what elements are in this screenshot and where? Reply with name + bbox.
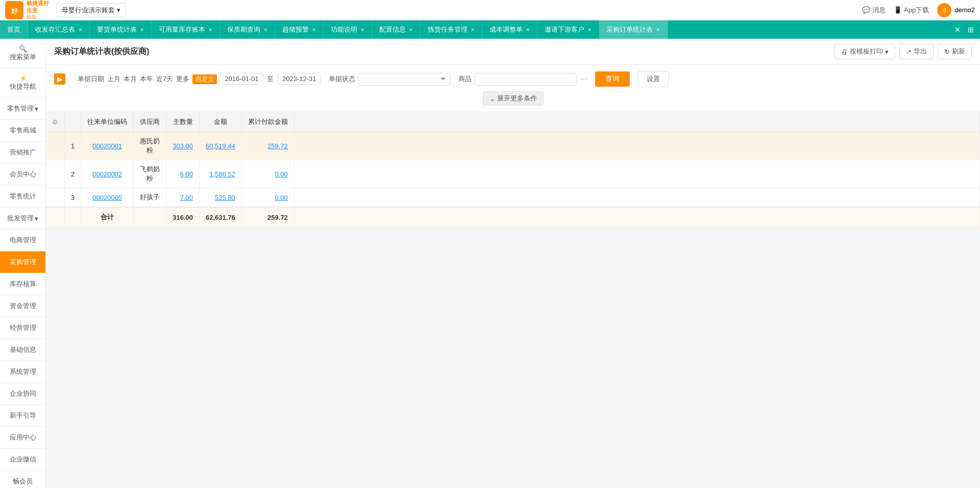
top-bar: 好 畅捷通好生意 标版 母婴行业演示账套 ▾ 💬 消息 📱 App下载 d de… [0,0,980,20]
sidebar-item-finance[interactable]: 资金管理 [0,295,45,317]
query-button[interactable]: 查询 [595,71,630,87]
sidebar-item-wholesale[interactable]: 批发管理 ▾ [0,208,45,229]
sidebar-item-search[interactable]: 🔍 搜索菜单 [0,39,45,68]
expand-more-btn[interactable]: ⌄ 展开更多条件 [483,91,544,106]
sidebar-item-app-center[interactable]: 应用中心 [0,427,45,449]
shortcut-this-month[interactable]: 本月 [124,74,137,84]
sidebar-item-retail[interactable]: 零售管理 ▾ [0,98,45,120]
tab-expiry-query-close[interactable]: ✕ [263,27,267,33]
sidebar-item-shortcuts[interactable]: ⚡ 快捷导航 [0,68,45,98]
sidebar-item-vip[interactable]: 畅会员 [0,471,45,488]
shortcuts-icon: ⚡ [2,74,43,82]
sidebar-item-enterprise[interactable]: 企业协同 [0,383,45,405]
row3-paid-amount[interactable]: 0.00 [241,188,294,208]
tab-function-desc[interactable]: 功能说明 ✕ [324,20,372,39]
setting-button[interactable]: 设置 [638,71,669,87]
sidebar-item-inventory[interactable]: 库存核算 [0,273,45,295]
tab-available-stock[interactable]: 可用量库存账本 ✕ [152,20,220,39]
download-icon: 📱 [894,6,902,14]
sidebar-wholesale-label: 批发管理 [7,214,34,223]
row3-amount[interactable]: 525.80 [200,188,242,208]
goods-input[interactable] [475,73,577,86]
tab-available-stock-close[interactable]: ✕ [208,27,212,33]
tab-receive-send[interactable]: 收发存汇总表 ✕ [28,20,90,39]
tab-pick-task[interactable]: 拣货任务管理 ✕ [421,20,482,39]
search-icon: 🔍 [2,45,43,53]
sidebar-item-purchase[interactable]: 采购管理 [0,251,45,273]
row2-supplier-code[interactable]: 00020002 [81,160,134,188]
shortcut-this-year[interactable]: 本年 [140,74,153,84]
sidebar-item-operations[interactable]: 经营管理 [0,317,45,339]
tab-overstock-close[interactable]: ✕ [312,27,316,33]
tab-cost-adjust[interactable]: 成本调整单 ✕ [482,20,537,39]
sidebar-item-system[interactable]: 系统管理 [0,361,45,383]
sidebar-item-retail-store[interactable]: 零售商城 [0,120,45,142]
shortcut-last-month[interactable]: 上月 [107,74,120,84]
tab-receive-send-close[interactable]: ✕ [78,27,82,33]
goods-more-btn[interactable]: ··· [580,74,586,84]
row1-paid-amount[interactable]: 259.72 [241,132,294,160]
tab-invite-customer[interactable]: 邀请下游客户 ✕ [537,20,599,39]
filter-toggle-btn[interactable]: ▶ [54,73,65,85]
page-header: 采购订单统计表(按供应商) 🖨 按模板打印 ▾ ↗ 导出 ↻ 刷新 [46,39,980,65]
avatar: d [937,3,951,17]
gear-icon[interactable]: ⚙ [52,118,58,126]
message-btn[interactable]: 💬 消息 [862,6,886,15]
tab-cost-adjust-close[interactable]: ✕ [526,27,530,33]
row2-paid-amount[interactable]: 0.00 [241,160,294,188]
row1-amount[interactable]: 60,519.44 [200,132,242,160]
tab-goods-summary-close[interactable]: ✕ [140,27,144,33]
footer-settings [46,207,65,227]
sidebar-item-wechat[interactable]: 企业微信 [0,449,45,471]
row2-settings [46,160,65,188]
export-button[interactable]: ↗ 导出 [899,44,934,59]
sidebar-retail-store-label: 零售商城 [2,126,43,135]
close-tab-btn[interactable]: ✕ [951,24,964,35]
sidebar-item-newbie[interactable]: 新手引导 [0,405,45,427]
workspace-selector[interactable]: 母婴行业演示账套 ▾ [56,3,126,17]
row1-main-qty[interactable]: 303.00 [166,132,200,160]
status-select[interactable] [358,73,450,86]
row1-supplier-code[interactable]: 00020001 [81,132,134,160]
tab-function-desc-close[interactable]: ✕ [360,27,364,33]
sidebar-item-ecommerce[interactable]: 电商管理 [0,229,45,251]
row2-main-qty[interactable]: 6.00 [166,160,200,188]
sidebar-item-marketing[interactable]: 营销推广 [0,142,45,164]
tab-config-info[interactable]: 配置信息 ✕ [372,20,421,39]
row2-amount[interactable]: 1,586.52 [200,160,242,188]
date-range: 2016-01-01 至 2023-12-31 [220,74,321,84]
sidebar-item-retail-stats[interactable]: 零售统计 [0,186,45,208]
row3-supplier-code[interactable]: 00020005 [81,188,134,208]
shortcut-more[interactable]: 更多 [176,74,189,84]
sidebar-item-member[interactable]: 会员中心 [0,164,45,186]
refresh-button[interactable]: ↻ 刷新 [938,44,972,59]
date-from[interactable]: 2016-01-01 [220,73,263,85]
row3-main-qty[interactable]: 7.00 [166,188,200,208]
tab-invite-customer-close[interactable]: ✕ [587,27,592,33]
tab-pick-task-close[interactable]: ✕ [471,27,475,33]
shortcut-7days[interactable]: 近7天 [156,74,173,84]
tab-config-info-close[interactable]: ✕ [409,27,413,33]
sidebar-operations-label: 经营管理 [2,323,43,332]
tab-config-info-label: 配置信息 [379,25,406,34]
date-to[interactable]: 2023-12-31 [278,73,321,85]
tab-purchase-summary-close[interactable]: ✕ [656,27,660,33]
filter-row: ▶ 单据日期 上月 本月 本年 近7天 更多 自定义 2016-01-01 至 [54,71,972,87]
sidebar-search-label: 搜索菜单 [2,53,43,62]
maximize-tab-btn[interactable]: ⊞ [965,24,977,35]
user-area[interactable]: d demo2 [937,3,975,17]
app-download-btn[interactable]: 📱 App下载 [894,6,929,15]
sidebar-item-basic[interactable]: 基础信息 [0,339,45,361]
tab-goods-summary[interactable]: 要货单统计表 ✕ [90,20,152,39]
page-actions: 🖨 按模板打印 ▾ ↗ 导出 ↻ 刷新 [835,44,972,59]
status-filter: 单据状态 [329,73,450,86]
print-button[interactable]: 🖨 按模板打印 ▾ [835,44,895,59]
tab-home[interactable]: 首页 [0,20,28,39]
tab-expiry-query[interactable]: 保质期查询 ✕ [220,20,275,39]
refresh-icon: ↻ [944,48,950,56]
custom-tag: 自定义 [192,74,217,84]
expand-label: 展开更多条件 [497,94,537,103]
tab-overstock[interactable]: 超储预警 ✕ [275,20,324,39]
tab-purchase-summary[interactable]: 采购订单统计表 ✕ [599,20,668,39]
date-filter: 单据日期 上月 本月 本年 近7天 更多 自定义 2016-01-01 至 20… [78,74,321,84]
